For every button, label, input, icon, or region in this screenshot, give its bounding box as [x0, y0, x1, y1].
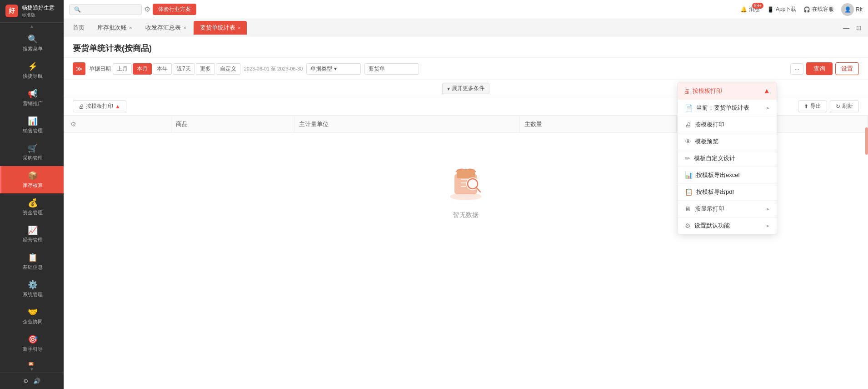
sidebar-item-search[interactable]: 🔍 搜索菜单: [0, 30, 64, 57]
tab-receivables-summary[interactable]: 收发存汇总表 ×: [139, 21, 192, 35]
dropdown-title: 按模板打印: [693, 87, 722, 95]
tab-order-stats[interactable]: 要货单统计表 ×: [194, 21, 247, 35]
appstore-icon: 🏪: [28, 362, 38, 366]
table-header-goods: 商品: [171, 116, 294, 133]
app-download-button[interactable]: 📱 App下载: [767, 5, 796, 13]
date-range-text: 2023-06-01 至 2023-06-30: [244, 66, 303, 72]
main-content: 🔍 ⚙ 体验行业方案 🔔 消息 99+ 📱 App下载 🎧 在线客服 👤: [64, 0, 868, 389]
sidebar: 好 畅捷通好生意 标准版 ▲ 🔍 搜索菜单 ⚡ 快捷导航 📢 营销推广 📊 销售…: [0, 0, 64, 389]
refresh-icon: ↻: [836, 103, 840, 110]
sidebar-item-newbie[interactable]: 🎯 新手引导: [0, 330, 64, 357]
table-header-settings[interactable]: ⚙: [64, 116, 171, 133]
printer-icon: 🖨: [79, 103, 84, 110]
sidebar-logo: 好 畅捷通好生意 标准版: [0, 0, 64, 23]
system-icon: ⚙️: [28, 280, 38, 290]
page-title: 要货单统计表(按商品): [73, 43, 859, 54]
order-goods-label: 要货单: [369, 65, 385, 73]
user-avatar[interactable]: 👤 Rit: [841, 3, 863, 16]
tab-controls: — ⊡: [841, 22, 864, 33]
online-service-button[interactable]: 🎧 在线客服: [803, 5, 834, 13]
sidebar-item-inventory[interactable]: 📦 库存核算: [0, 166, 64, 193]
sidebar-item-basic[interactable]: 📋 基础信息: [0, 248, 64, 275]
print-button[interactable]: 🖨 按模板打印 ▲: [73, 100, 126, 112]
sidebar-item-finance[interactable]: 💰 资金管理: [0, 193, 64, 221]
order-type-filter[interactable]: 单据类型 ▾: [306, 63, 361, 75]
dropdown-template-preview-icon: 👁: [685, 138, 691, 145]
bell-icon: 🔔: [740, 6, 747, 13]
sidebar-scroll-down[interactable]: ▼: [0, 366, 64, 373]
sidebar-item-system[interactable]: ⚙️ 系统管理: [0, 275, 64, 303]
dropdown-header-left: 🖨 按模板打印: [684, 87, 722, 95]
dropdown-display-print-expand-icon: ▸: [767, 206, 769, 212]
tab-maximize-button[interactable]: ⊡: [853, 22, 864, 33]
topbar-search-box[interactable]: 🔍: [69, 4, 142, 15]
date-btn-7days[interactable]: 近7天: [173, 63, 195, 75]
sound-icon[interactable]: 🔊: [33, 378, 40, 384]
dropdown-item-set-default[interactable]: ⚙ 设置默认功能 ▸: [678, 217, 777, 234]
sidebar-item-sales[interactable]: 📊 销售管理: [0, 111, 64, 139]
tab-inventory-batch[interactable]: 库存批次账 ×: [91, 21, 138, 35]
quick-nav-icon: ⚡: [28, 61, 38, 71]
dropdown-expand-chevron-icon: ▸: [767, 105, 769, 111]
dropdown-print-icon: 🖨: [684, 88, 690, 95]
collab-icon: 🤝: [28, 307, 38, 317]
dropdown-item-display-print[interactable]: 🖥 按显示打印 ▸: [678, 201, 777, 217]
topbar-search-icon: 🔍: [74, 6, 81, 13]
tab-close-order-stats[interactable]: ×: [238, 25, 240, 30]
chevron-down-small-icon: ▾: [447, 86, 450, 92]
dropdown-item-template-pdf[interactable]: 📋 按模板导出pdf: [678, 184, 777, 201]
date-btn-more[interactable]: 更多: [196, 63, 215, 75]
refresh-button[interactable]: ↻ 刷新: [830, 100, 859, 112]
sidebar-item-marketing[interactable]: 📢 营销推广: [0, 84, 64, 111]
dropdown-item-template-design[interactable]: ✏ 模板自定义设计: [678, 150, 777, 167]
dropdown-display-print-icon: 🖥: [685, 205, 691, 212]
page-content: 要货单统计表(按商品) ≫ 单据日期 上月 本月 本年 近7天 更多 自定义 2…: [64, 36, 868, 389]
query-button[interactable]: 查询: [806, 62, 833, 75]
notifications-button[interactable]: 🔔 消息 99+: [740, 5, 760, 13]
promo-button[interactable]: 体验行业方案: [153, 4, 196, 15]
tabbar: 首页 库存批次账 × 收发存汇总表 × 要货单统计表 × — ⊡: [64, 19, 868, 36]
dropdown-item-template-preview[interactable]: 👁 模板预览: [678, 133, 777, 150]
topbar-right: 🔔 消息 99+ 📱 App下载 🎧 在线客服 👤 Rit: [740, 3, 863, 16]
chevron-down-icon: ▾: [334, 66, 337, 72]
app-logo-icon: 好: [5, 5, 18, 17]
dropdown-template-excel-icon: 📊: [685, 172, 693, 179]
export-button[interactable]: ⬆ 导出: [798, 100, 827, 112]
tab-minimize-button[interactable]: —: [841, 22, 852, 33]
sidebar-item-appstore[interactable]: 🏪 应用中心: [0, 357, 64, 366]
date-btn-prev[interactable]: 上月: [113, 63, 132, 75]
date-btn-current[interactable]: 本月: [133, 63, 152, 75]
tab-close-receivables-summary[interactable]: ×: [183, 25, 186, 30]
dropdown-set-default-icon: ⚙: [685, 222, 691, 229]
sidebar-item-purchase[interactable]: 🛒 采购管理: [0, 139, 64, 166]
table-settings-icon[interactable]: ⚙: [69, 120, 78, 129]
tab-close-inventory-batch[interactable]: ×: [129, 25, 132, 30]
dropdown-close-button[interactable]: ▲: [763, 87, 770, 95]
dropdown-current-icon: 📄: [685, 104, 693, 111]
scrollbar-indicator[interactable]: [865, 127, 868, 155]
dropdown-item-current[interactable]: 📄 当前：要货单统计表 ▸: [678, 100, 777, 116]
sidebar-item-business[interactable]: 📈 经营管理: [0, 221, 64, 248]
date-btn-custom[interactable]: 自定义: [216, 63, 240, 75]
marketing-icon: 📢: [28, 89, 38, 99]
date-btn-year[interactable]: 本年: [153, 63, 172, 75]
date-filter-buttons: 上月 本月 本年 近7天 更多 自定义: [113, 63, 240, 75]
sidebar-item-collab[interactable]: 🤝 企业协同: [0, 303, 64, 330]
sidebar-nav: 🔍 搜索菜单 ⚡ 快捷导航 📢 营销推广 📊 销售管理 🛒 采购管理 📦 库存核…: [0, 30, 64, 366]
order-goods-filter[interactable]: 要货单: [364, 63, 419, 75]
svg-line-5: [477, 188, 480, 192]
sidebar-scroll-up[interactable]: ▲: [0, 23, 64, 30]
dropdown-item-template-excel[interactable]: 📊 按模板导出excel: [678, 167, 777, 184]
settings-bottom-icon[interactable]: ⚙: [23, 378, 29, 384]
empty-state-label: 暂无数据: [453, 211, 479, 219]
expand-more-button[interactable]: ▾ 展开更多条件: [442, 83, 489, 94]
toolbar-expand-button[interactable]: ≫: [73, 62, 85, 75]
headset-icon: 🎧: [803, 6, 810, 13]
toolbar: ≫ 单据日期 上月 本月 本年 近7天 更多 自定义 2023-06-01 至 …: [64, 58, 868, 80]
sidebar-item-quick-nav[interactable]: ⚡ 快捷导航: [0, 57, 64, 84]
tab-home[interactable]: 首页: [67, 21, 90, 35]
dropdown-item-template-print[interactable]: 🖨 按模板打印: [678, 116, 777, 133]
topbar-gear-icon[interactable]: ⚙: [144, 5, 150, 14]
settings-button[interactable]: 设置: [835, 62, 859, 75]
more-options-button[interactable]: ···: [790, 63, 803, 75]
